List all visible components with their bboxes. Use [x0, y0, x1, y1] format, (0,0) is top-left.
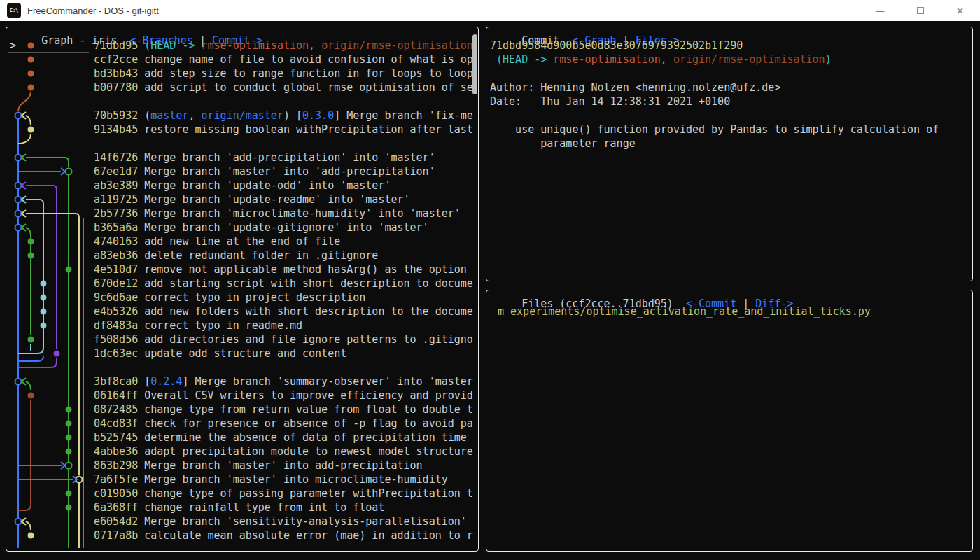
scrollbar-thumb[interactable]	[472, 34, 477, 94]
commit-row[interactable]: 06164ff Overall CSV writers to improve e…	[94, 388, 473, 402]
commit-node	[41, 295, 47, 301]
file-gap	[504, 305, 510, 318]
commit-row[interactable]: 70b5932 (master, origin/master) [0.3.0] …	[94, 108, 473, 122]
commit-row[interactable]: 0717a8b calculate mean absolute error (m…	[94, 528, 473, 542]
row-text: 04cd83f	[94, 417, 138, 430]
commit-node	[28, 393, 34, 399]
commit-row[interactable]: 0872485 change type from return value fr…	[94, 402, 473, 416]
row-text: master	[150, 109, 188, 122]
row-text: e4b5326	[94, 305, 138, 318]
commit-node	[28, 127, 34, 133]
commit-row[interactable]: bd3bb43 add step size to range function …	[94, 66, 473, 80]
commit-node	[66, 435, 72, 441]
commit-node	[28, 337, 34, 343]
commit-node	[66, 267, 72, 273]
console-icon: C:\	[7, 4, 21, 18]
commit-node	[66, 407, 72, 413]
commit-node	[28, 533, 34, 539]
row-text: df8483a	[94, 319, 138, 332]
commit-node	[66, 505, 72, 511]
file-entry[interactable]: m experiments/optimise_activation_rate_a…	[498, 304, 871, 318]
graph-edge	[26, 522, 31, 530]
row-text: b007780	[94, 81, 138, 94]
row-text: (HEAD ->	[144, 39, 201, 52]
merge-arrow	[22, 518, 26, 525]
row-text	[138, 473, 144, 486]
minimize-button[interactable]: —	[860, 0, 900, 21]
row-text	[138, 123, 144, 136]
files-panel: Files (ccf2cce..71dbd95) <-Commit | Diff…	[486, 290, 973, 552]
commit-row[interactable]: 4740163 add new line at the end of file	[94, 234, 340, 248]
merge-arrow	[22, 112, 26, 119]
row-text	[138, 53, 144, 66]
row-text: c019050	[94, 487, 138, 500]
commit-row[interactable]: 6a368ff change rainfall type from int to…	[94, 500, 384, 514]
row-text: 4e510d7	[94, 263, 138, 276]
selection-cursor: >	[10, 38, 16, 52]
commit-row[interactable]: e6054d2 Merge branch 'sensitivity-analys…	[94, 514, 467, 528]
commit-row[interactable]: 2b57736 Merge branch 'microclimate-humid…	[94, 206, 461, 220]
row-text	[138, 515, 144, 528]
commit-row[interactable]: c019050 change type of passing parameter…	[94, 486, 473, 500]
row-text	[138, 263, 144, 276]
commit-row[interactable]: 04cd83f check for presence or absence of…	[94, 416, 473, 430]
row-text: Merge branch 'update-gitignore' into 'ma…	[144, 221, 428, 234]
row-text: change rainfall type from int to float	[144, 501, 384, 514]
refs-separator: ,	[661, 53, 673, 66]
row-text: [	[144, 375, 150, 388]
commit-row[interactable]: 4e510d7 remove not applicable method has…	[94, 262, 467, 276]
row-text	[138, 333, 144, 346]
minimize-icon: —	[876, 6, 885, 16]
row-text: a119725	[94, 193, 138, 206]
commit-row[interactable]: b525745 determine the absence of data of…	[94, 430, 467, 444]
merge-arrow	[22, 196, 26, 203]
merge-arrow	[22, 224, 26, 231]
row-text: Merge branch 'microclimate-humidity' int…	[144, 207, 461, 220]
commit-row[interactable]: b365a6a Merge branch 'update-gitignore' …	[94, 220, 429, 234]
commit-row[interactable]: 14f6726 Merge branch 'add-precipitation'…	[94, 150, 435, 164]
commit-row[interactable]: 670de12 add starting script with short d…	[94, 276, 473, 290]
commit-row[interactable]: 863b298 Merge branch 'master' into add-p…	[94, 458, 423, 472]
commit-row[interactable]: df8483a correct typo in readme.md	[94, 318, 302, 332]
commit-row[interactable]: a119725 Merge branch 'update-readme' int…	[94, 192, 410, 206]
file-path: experiments/optimise_activation_rate_and…	[510, 305, 871, 318]
row-text: add step size to range function in for l…	[144, 67, 473, 80]
row-text	[138, 305, 144, 318]
graph-edge	[26, 382, 31, 390]
merge-arrow	[22, 378, 26, 385]
commit-row[interactable]: ccf2cce change name of file to avoid con…	[94, 52, 473, 66]
row-text	[138, 109, 144, 122]
commit-row[interactable]: 4abbe36 adapt precipitation module to ne…	[94, 444, 473, 458]
window-title: FreeCommander - DOS - git-igitt	[27, 6, 159, 16]
row-text: 863b298	[94, 459, 138, 472]
row-text: Overall CSV writers to improve efficienc…	[144, 389, 473, 402]
refs-close: )	[825, 53, 832, 66]
commit-node	[66, 491, 72, 497]
row-text: 670de12	[94, 277, 138, 290]
commit-row[interactable]: 71dbd95 (HEAD -> rmse-optimisation, orig…	[94, 38, 473, 52]
row-text: add new folders with short description t…	[144, 305, 473, 318]
close-button[interactable]: ✕	[940, 0, 980, 21]
commit-row[interactable]: f508d56 add directories and file ignore …	[94, 332, 473, 346]
commit-row[interactable]: a83eb36 delete redundant folder in .giti…	[94, 248, 378, 262]
row-text: 4740163	[94, 235, 138, 248]
commit-row[interactable]: 9c6d6ae correct typo in project descript…	[94, 290, 365, 304]
row-text: Merge branch 'summary-observer' into 'ma…	[188, 375, 472, 388]
commit-node	[41, 309, 47, 315]
maximize-button[interactable]	[900, 0, 940, 21]
commit-row[interactable]: ab3e389 Merge branch 'update-odd' into '…	[94, 178, 391, 192]
row-text: 3bf8ca0	[94, 375, 138, 388]
commit-node	[54, 351, 60, 357]
commit-row[interactable]: 7a6f5fe Merge branch 'master' into micro…	[94, 472, 448, 486]
commit-row[interactable]: 67ee1d7 Merge branch 'master' into 'add-…	[94, 164, 435, 178]
row-text: 71dbd95	[94, 39, 138, 52]
commit-node	[41, 323, 47, 329]
commit-row[interactable]: 1dc63ec update odd structure and content	[94, 346, 346, 360]
commit-row[interactable]: 3bf8ca0 [0.2.4] Merge branch 'summary-ob…	[94, 374, 473, 388]
graph-edge	[18, 92, 31, 111]
commit-row[interactable]: e4b5326 add new folders with short descr…	[94, 304, 473, 318]
merge-arrow	[22, 210, 26, 217]
commit-row[interactable]: b007780 add script to conduct global rms…	[94, 80, 473, 94]
row-text: calculate mean absolute error (mae) in a…	[144, 529, 473, 542]
commit-row[interactable]: 9134b45 restore missing boolean withPrec…	[94, 122, 473, 136]
